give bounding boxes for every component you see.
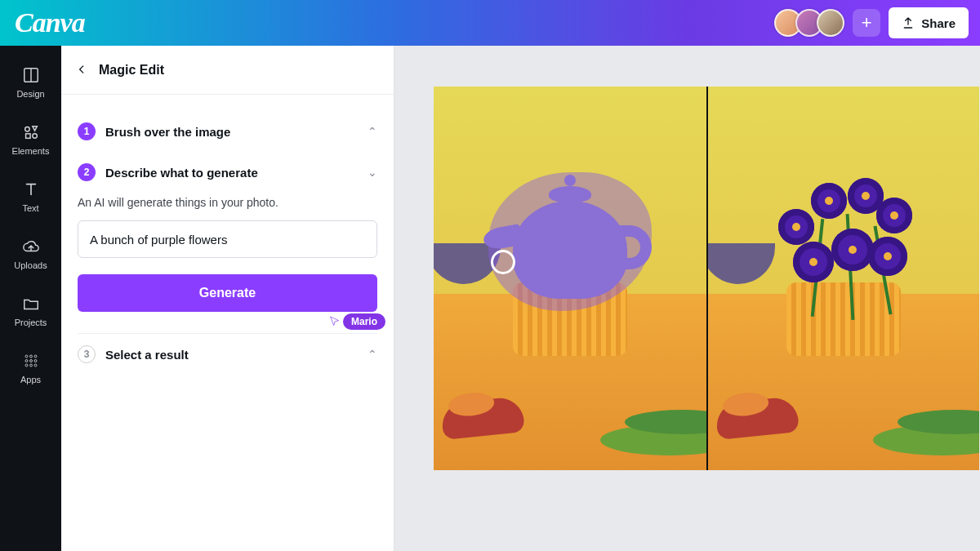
step-number-badge: 3 (78, 345, 96, 363)
apps-grid-icon (22, 352, 40, 370)
canvas-image-before[interactable] (434, 87, 706, 470)
svg-point-6 (25, 355, 28, 358)
panel-body: 1 Brush over the image ⌃ 2 Describe what… (61, 95, 394, 375)
svg-rect-4 (25, 134, 29, 139)
rail-item-apps[interactable]: Apps (0, 340, 61, 397)
rail-label: Projects (15, 318, 47, 327)
teapot (513, 201, 627, 299)
collaborator-avatars (774, 9, 844, 37)
chevron-left-icon (76, 64, 87, 75)
avatar[interactable] (817, 9, 844, 37)
rail-item-elements[interactable]: Elements (0, 111, 61, 168)
step-label: Select a result (105, 348, 189, 362)
rail-item-text[interactable]: Text (0, 168, 61, 225)
svg-point-12 (25, 364, 28, 367)
generated-flowers (770, 176, 917, 299)
folder-icon (22, 295, 40, 313)
step-describe[interactable]: 2 Describe what to generate ⌄ (78, 152, 377, 193)
step-left: 3 Select a result (78, 345, 189, 363)
text-icon (22, 180, 40, 198)
step-brush[interactable]: 1 Brush over the image ⌃ (78, 111, 377, 152)
rail-item-uploads[interactable]: Uploads (0, 225, 61, 282)
generate-label: Generate (199, 286, 256, 300)
svg-point-8 (34, 355, 37, 358)
left-rail: Design Elements Text Uploads Projects Ap… (0, 46, 61, 551)
svg-marker-3 (32, 127, 37, 131)
layout-icon (22, 66, 40, 84)
svg-point-14 (34, 364, 37, 367)
shapes-icon (22, 123, 40, 141)
rail-label: Apps (20, 375, 41, 384)
chevron-down-icon: ⌄ (368, 166, 377, 179)
svg-point-9 (25, 360, 28, 362)
step-number-badge: 1 (78, 122, 96, 140)
step-label: Brush over the image (105, 125, 230, 139)
canvas-comparison (434, 87, 979, 470)
prop-cup (706, 243, 775, 284)
collaborator-cursor: Mario (328, 313, 385, 330)
rail-label: Uploads (14, 260, 47, 270)
cursor-icon (328, 315, 341, 328)
brush-cursor-icon (491, 250, 515, 274)
back-button[interactable] (76, 60, 87, 79)
panel-title: Magic Edit (99, 63, 164, 78)
svg-point-10 (29, 360, 32, 362)
cloud-upload-icon (22, 238, 40, 256)
top-bar: Canva + Share (0, 0, 980, 46)
generate-button[interactable]: Generate Mario (78, 274, 377, 312)
step-select-result[interactable]: 3 Select a result ⌃ (78, 334, 377, 375)
rail-item-projects[interactable]: Projects (0, 282, 61, 340)
step-label: Describe what to generate (105, 166, 258, 180)
svg-point-13 (29, 364, 32, 367)
brand-logo[interactable]: Canva (15, 7, 85, 38)
rail-label: Text (22, 203, 38, 213)
helper-text: An AI will generate things in your photo… (78, 196, 377, 209)
rail-label: Design (16, 89, 44, 99)
panel-header: Magic Edit (61, 46, 394, 95)
chevron-up-icon: ⌃ (368, 125, 377, 138)
svg-point-11 (34, 360, 37, 362)
prompt-input[interactable] (78, 220, 377, 258)
share-button[interactable]: Share (889, 7, 969, 38)
chevron-up-icon: ⌃ (368, 348, 377, 361)
svg-point-2 (24, 127, 29, 132)
canvas-image-after[interactable] (706, 87, 979, 470)
rail-label: Elements (12, 146, 50, 156)
share-label: Share (921, 16, 956, 30)
step-left: 1 Brush over the image (78, 122, 230, 140)
svg-point-5 (32, 134, 37, 139)
step-number-badge: 2 (78, 163, 96, 181)
canvas-area[interactable] (394, 46, 980, 551)
add-collaborator-button[interactable]: + (853, 9, 880, 37)
svg-point-7 (29, 355, 32, 358)
workspace: Design Elements Text Uploads Projects Ap… (0, 46, 980, 551)
top-bar-right: + Share (774, 7, 969, 38)
cursor-tag-label: Mario (343, 313, 385, 330)
rail-item-design[interactable]: Design (0, 54, 61, 111)
upload-icon (902, 16, 915, 29)
plus-icon: + (862, 12, 872, 33)
magic-edit-panel: Magic Edit 1 Brush over the image ⌃ 2 De… (61, 46, 394, 551)
step-left: 2 Describe what to generate (78, 163, 258, 181)
